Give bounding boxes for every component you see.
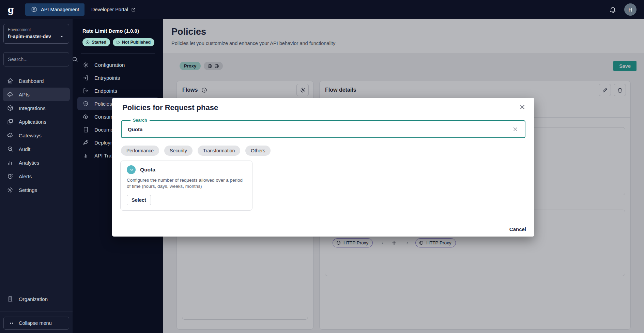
sidebar-item-label: Analytics	[19, 160, 39, 166]
api-menu-item-configuration[interactable]: Configuration	[77, 58, 158, 71]
cloud-icon	[116, 40, 120, 45]
sidebar-item-organization[interactable]: Organization	[3, 292, 70, 306]
gear-icon	[300, 87, 306, 93]
caret-down-icon	[59, 33, 65, 40]
policy-search-field[interactable]: Search	[121, 120, 525, 138]
arrow-right-icon	[379, 240, 385, 246]
sidebar-item-label: Settings	[19, 187, 37, 193]
gear-icon	[82, 62, 89, 68]
chip-security[interactable]: Security	[164, 146, 193, 156]
top-bar: g API Management Developer Portal H	[0, 0, 644, 19]
flows-panel-header: Flows	[177, 81, 313, 99]
cloud-user-icon	[82, 113, 89, 120]
sidebar-search-input[interactable]	[8, 57, 72, 62]
api-title: Rate Limit Demo (1.0.0)	[73, 19, 163, 34]
http-proxy-chip[interactable]: HTTP Proxy	[415, 238, 456, 247]
http-proxy-chip[interactable]: HTTP Proxy	[333, 238, 373, 247]
clear-search-icon[interactable]	[511, 125, 520, 134]
policy-card-quota: Quota Configures the number of requests …	[120, 161, 252, 211]
developer-portal-link[interactable]: Developer Portal	[91, 7, 136, 12]
sidebar-item-settings[interactable]: Settings	[3, 183, 70, 197]
delete-flow-button[interactable]	[614, 84, 626, 96]
info-icon[interactable]	[201, 87, 208, 93]
flow-details-title: Flow details	[325, 87, 356, 93]
flows-title: Flows	[182, 87, 198, 93]
shield-icon	[82, 101, 89, 107]
api-menu-item-entrypoints[interactable]: Entrypoints	[77, 71, 158, 84]
api-menu-item-label: Policies	[94, 101, 112, 107]
collapse-menu-label: Collapse menu	[19, 320, 52, 326]
globe-icon	[336, 240, 341, 245]
api-menu-item-endpoints[interactable]: Endpoints	[77, 84, 158, 97]
flows-settings-button[interactable]	[296, 84, 309, 96]
save-button[interactable]: Save	[613, 61, 637, 71]
globe-icon	[207, 63, 213, 69]
cancel-button[interactable]: Cancel	[509, 226, 526, 232]
quota-policy-icon	[127, 165, 136, 174]
sidebar-item-label: Applications	[19, 119, 46, 125]
http-proxy-label: HTTP Proxy	[426, 240, 451, 245]
globe-icon	[214, 63, 219, 69]
sidebar-item-applications[interactable]: Applications	[3, 115, 70, 128]
edit-flow-button[interactable]	[599, 84, 611, 96]
sidebar-item-label: APIs	[19, 92, 30, 97]
sidebar-item-label: Integrations	[19, 105, 45, 111]
chip-performance[interactable]: Performance	[121, 146, 159, 156]
notifications-bell-icon[interactable]	[609, 6, 617, 14]
gravitee-logo-icon: g	[4, 5, 18, 14]
sidebar-item-integrations[interactable]: Integrations	[3, 101, 70, 115]
sidebar-item-label: Dashboard	[19, 78, 44, 84]
search-check-icon	[7, 146, 14, 152]
page-title: Policies	[171, 27, 636, 37]
sidebar-item-alerts[interactable]: Alerts	[3, 169, 70, 183]
sidebar-item-apis[interactable]: APIs	[3, 88, 70, 101]
page-header: Policies Policies let you customize and …	[163, 19, 644, 53]
api-management-button[interactable]: API Management	[25, 3, 85, 16]
environment-label: Environment	[8, 27, 65, 32]
home-icon	[7, 77, 14, 84]
gear-icon	[7, 186, 14, 193]
select-policy-button[interactable]: Select	[127, 195, 151, 205]
developer-portal-label: Developer Portal	[91, 7, 128, 12]
rocket-icon	[82, 139, 89, 146]
sidebar-bottom: Organization Collapse menu	[0, 292, 73, 333]
bar-chart-icon	[7, 159, 14, 166]
chip-transformation[interactable]: Transformation	[198, 146, 241, 156]
sidebar-item-dashboard[interactable]: Dashboard	[3, 74, 70, 88]
sidebar-search-field[interactable]	[3, 52, 69, 66]
collapse-menu-button[interactable]: Collapse menu	[3, 317, 69, 330]
environment-select[interactable]: Environment fr-apim-master-dev	[3, 24, 69, 44]
cloud-gear-icon	[7, 91, 14, 98]
sidebar-item-audit[interactable]: Audit	[3, 142, 70, 156]
api-management-label: API Management	[41, 7, 79, 12]
policy-card-description: Configures the number of requests allowe…	[127, 177, 246, 190]
external-link-icon	[131, 7, 136, 12]
alarm-clock-icon	[7, 173, 14, 180]
sidebar-item-gateways[interactable]: Gateways	[3, 128, 70, 142]
user-avatar[interactable]: H	[624, 3, 637, 16]
policy-search-input[interactable]	[128, 126, 507, 132]
sidebar-item-analytics[interactable]: Analytics	[3, 156, 70, 169]
cloud-download-icon	[7, 132, 14, 139]
status-badge-not-published: Not Published	[113, 38, 154, 46]
close-icon[interactable]	[518, 102, 527, 112]
sidebar-item-label: Alerts	[19, 173, 32, 179]
book-icon	[82, 126, 89, 133]
page-subtitle: Policies let you customize and enhance y…	[171, 41, 636, 46]
main-sidebar: Environment fr-apim-master-dev Dashboar	[0, 19, 73, 333]
environment-value: fr-apim-master-dev	[8, 34, 51, 39]
status-badge-label: Not Published	[122, 40, 151, 45]
search-field-label: Search	[131, 118, 150, 123]
add-policy-plus-icon[interactable]	[391, 240, 397, 246]
policy-toolbar: Proxy Save	[180, 61, 637, 71]
pencil-icon	[602, 87, 608, 93]
http-proxy-label: HTTP Proxy	[343, 240, 368, 245]
chip-others[interactable]: Others	[245, 146, 271, 156]
arrow-right-icon	[403, 240, 409, 246]
globes-badge[interactable]	[204, 62, 223, 70]
dialog-title: Policies for Request phase	[122, 103, 524, 112]
exit-icon	[82, 88, 89, 94]
api-menu-item-label: Entrypoints	[94, 75, 120, 81]
bar-chart-icon	[82, 152, 89, 159]
play-circle-icon	[85, 40, 90, 45]
